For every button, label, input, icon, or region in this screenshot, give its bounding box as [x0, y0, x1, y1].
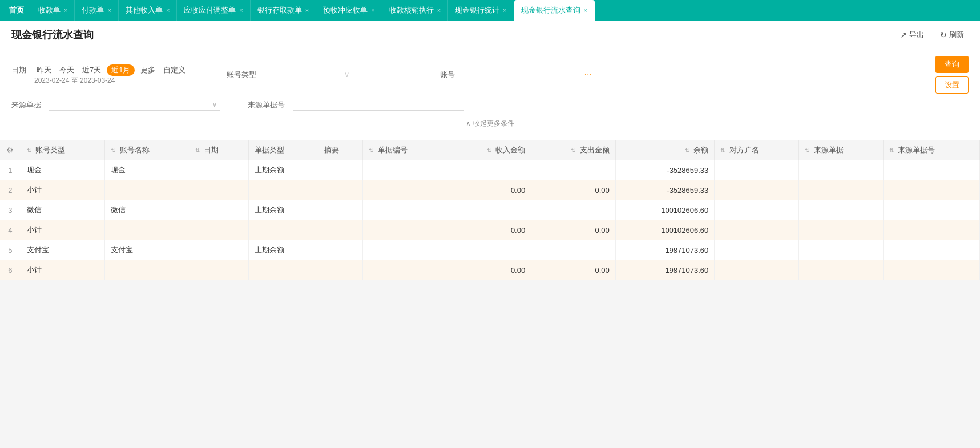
- sort-icon[interactable]: ⇅: [805, 147, 809, 154]
- nav-home[interactable]: 首页: [2, 0, 31, 21]
- source-doc-no-field[interactable]: [293, 99, 464, 111]
- page-header: 现金银行流水查询 ↗ 导出 ↻ 刷新: [0, 21, 980, 49]
- close-icon[interactable]: ×: [166, 7, 170, 14]
- column-counterpart: ⇅ 对方户名: [715, 140, 799, 160]
- nav-tab-cash-bank-stats[interactable]: 现金银行统计 ×: [448, 0, 514, 21]
- more-btn[interactable]: 更多: [138, 64, 158, 76]
- cell-counterpart: [715, 160, 799, 180]
- sort-icon[interactable]: ⇅: [27, 147, 31, 154]
- nav-tab-receipts[interactable]: 收款单 ×: [31, 0, 75, 21]
- sort-icon[interactable]: ⇅: [889, 147, 894, 154]
- cell-source-doc: [798, 200, 883, 220]
- yesterday-btn[interactable]: 昨天: [34, 64, 54, 76]
- close-icon[interactable]: ×: [437, 7, 441, 14]
- date-shortcuts: 昨天 今天 近7天 近1月 更多 自定义: [34, 64, 188, 76]
- close-icon[interactable]: ×: [584, 7, 587, 14]
- close-icon[interactable]: ×: [64, 7, 67, 14]
- table-row: 2小计0.000.00-3528659.33: [0, 180, 980, 200]
- account-field[interactable]: [463, 74, 577, 76]
- column-source-doc: ⇅ 来源单据: [798, 140, 883, 160]
- cell-expense: [531, 200, 616, 220]
- cell-source-doc-no: [883, 220, 979, 240]
- query-button[interactable]: 查询: [935, 56, 969, 73]
- nav-tab-payments[interactable]: 付款单 ×: [75, 0, 118, 21]
- sort-icon[interactable]: ⇅: [195, 147, 200, 154]
- cell-account-name: 现金: [105, 160, 189, 180]
- today-btn[interactable]: 今天: [57, 64, 76, 76]
- row-number: 3: [0, 200, 21, 220]
- refresh-icon: ↻: [940, 30, 947, 39]
- sort-icon[interactable]: ⇅: [111, 147, 115, 154]
- cell-income: 0.00: [447, 220, 531, 240]
- cell-doc-type: 上期余额: [249, 200, 318, 220]
- cell-account-type: 微信: [21, 200, 105, 220]
- cell-counterpart: [715, 240, 799, 260]
- collapse-bar[interactable]: ∧ 收起更多条件: [11, 116, 969, 133]
- settings-button[interactable]: 设置: [935, 76, 969, 94]
- close-icon[interactable]: ×: [503, 7, 506, 14]
- cell-date: [189, 220, 248, 240]
- cell-doc-type: 上期余额: [249, 240, 318, 260]
- cell-account-name: [105, 220, 189, 240]
- more-options-button[interactable]: ···: [582, 68, 594, 81]
- source-doc-no-input[interactable]: [296, 100, 461, 109]
- nav-tab-other-income[interactable]: 其他收入单 ×: [119, 0, 177, 21]
- column-settings[interactable]: ⚙: [0, 140, 21, 160]
- last7-btn[interactable]: 近7天: [80, 64, 103, 76]
- close-icon[interactable]: ×: [371, 7, 374, 14]
- cell-balance: 100102606.60: [615, 220, 715, 240]
- sort-icon[interactable]: ⇅: [487, 147, 491, 154]
- row-number: 5: [0, 240, 21, 260]
- table-row: 5支付宝支付宝上期余额19871073.60: [0, 240, 980, 260]
- export-icon: ↗: [900, 30, 907, 39]
- source-doc-field[interactable]: ∨: [49, 99, 220, 111]
- table-header-row: ⚙ ⇅ 账号类型 ⇅ 账号名称 ⇅ 日期 单据类型 摘要: [0, 140, 980, 160]
- nav-tab-cash-bank-flow[interactable]: 现金银行流水查询 ×: [514, 0, 595, 21]
- cell-expense: [531, 240, 616, 260]
- table-body: 1现金现金上期余额-3528659.332小计0.000.00-3528659.…: [0, 160, 980, 280]
- cell-expense: 0.00: [531, 220, 616, 240]
- nav-tab-prepay[interactable]: 预收冲应收单 ×: [316, 0, 382, 21]
- nav-tab-verify[interactable]: 收款核销执行 ×: [382, 0, 448, 21]
- cell-doc-no: [362, 160, 447, 180]
- cell-income: [447, 200, 531, 220]
- cell-account-type: 小计: [21, 180, 105, 200]
- cell-source-doc-no: [883, 260, 979, 280]
- sort-icon[interactable]: ⇅: [685, 147, 689, 154]
- table-row: 1现金现金上期余额-3528659.33: [0, 160, 980, 180]
- sort-icon[interactable]: ⇅: [369, 147, 373, 154]
- cell-doc-no: [362, 220, 447, 240]
- page-title: 现金银行流水查询: [11, 28, 94, 42]
- chevron-down-icon: ∨: [344, 70, 421, 79]
- cell-balance: 100102606.60: [615, 200, 715, 220]
- last1m-btn[interactable]: 近1月: [107, 64, 135, 76]
- refresh-button[interactable]: ↻ 刷新: [935, 27, 969, 42]
- export-button[interactable]: ↗ 导出: [896, 27, 929, 42]
- cell-doc-no: [362, 260, 447, 280]
- row-number: 4: [0, 220, 21, 240]
- date-range-display: 2023-02-24 至 2023-03-24: [34, 76, 115, 84]
- close-icon[interactable]: ×: [305, 7, 309, 14]
- gear-icon[interactable]: ⚙: [6, 146, 14, 155]
- cell-doc-no: [362, 180, 447, 200]
- custom-btn[interactable]: 自定义: [161, 64, 188, 76]
- sort-icon[interactable]: ⇅: [720, 147, 725, 154]
- cell-account-name: [105, 260, 189, 280]
- nav-tab-ar-ap-adjust[interactable]: 应收应付调整单 ×: [177, 0, 250, 21]
- sort-icon[interactable]: ⇅: [571, 147, 575, 154]
- nav-tab-bank-deposit[interactable]: 银行存取款单 ×: [251, 0, 316, 21]
- cell-source-doc-no: [883, 180, 979, 200]
- column-expense: ⇅ 支出金额: [531, 140, 616, 160]
- cell-account-type: 小计: [21, 220, 105, 240]
- row-number: 6: [0, 260, 21, 280]
- cell-doc-no: [362, 240, 447, 260]
- filter-row-1: 日期 昨天 今天 近7天 近1月 更多 自定义 2023-02-24 至 202…: [11, 56, 969, 94]
- account-type-field[interactable]: ∨: [264, 69, 424, 80]
- cell-counterpart: [715, 260, 799, 280]
- column-income: ⇅ 收入金额: [447, 140, 531, 160]
- close-icon[interactable]: ×: [239, 7, 243, 14]
- column-date: ⇅ 日期: [189, 140, 248, 160]
- close-icon[interactable]: ×: [107, 7, 111, 14]
- column-doc-type: 单据类型: [249, 140, 318, 160]
- source-doc-input[interactable]: [53, 100, 212, 109]
